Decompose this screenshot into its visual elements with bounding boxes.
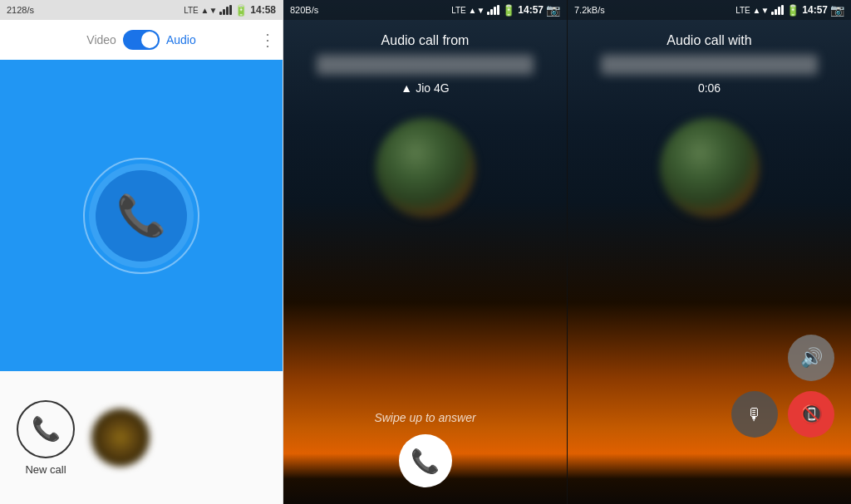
dialer-phone-area: 📞 [0,60,283,371]
hangup-button[interactable]: 📵 [788,391,834,438]
incoming-contact-name [317,55,534,75]
video-audio-toggle[interactable] [123,30,160,50]
phone-icon: 📞 [116,193,166,239]
incoming-status-right: LTE ▲▼ 🔋 14:57 📷 [451,3,560,17]
camera-icon: 📷 [546,3,560,17]
answer-button[interactable]: 📞 [399,434,452,487]
phone-circle-inner[interactable]: 📞 [96,170,187,262]
active-call-type: Audio call with [568,33,851,48]
swipe-label: Swipe up to answer [374,411,475,424]
new-call-button[interactable]: 📞 New call [17,400,75,476]
incoming-time: 14:57 [518,4,544,16]
answer-phone-icon: 📞 [411,448,440,475]
incoming-call-header: Audio call from ▲ Jio 4G [283,20,567,101]
dialer-status-right: LTE ▲▼ 🔋 14:58 [184,4,276,17]
mute-button[interactable]: 🎙 [731,391,778,438]
hangup-icon: 📵 [800,404,823,425]
incoming-call-type: Audio call from [283,33,567,48]
active-time: 14:57 [802,4,828,16]
active-contact-name [601,55,818,75]
active-call-header: Audio call with 0:06 [568,20,851,101]
phone-circle-outer: 📞 [83,158,199,274]
dialer-status-bar: 2128/s LTE ▲▼ 🔋 14:58 [0,0,283,20]
incoming-network-label: Jio 4G [416,81,449,95]
active-call-controls: 🔊 🎙 📵 [731,335,851,438]
more-options-icon[interactable]: ⋮ [259,30,276,50]
active-network: LTE ▲▼ [735,6,769,15]
incoming-battery-icon: 🔋 [502,4,515,17]
active-status-right: LTE ▲▼ 🔋 14:57 📷 [735,3,844,17]
dialer-time: 14:58 [250,4,276,16]
dialer-bottom-area: 📞 New call [0,371,283,504]
new-call-label: New call [25,463,66,476]
incoming-status-left: 820B/s [290,5,318,15]
dialer-status-left: 2128/s [7,5,34,15]
dialer-toolbar: Video Audio ⋮ [0,20,283,60]
new-call-phone-icon: 📞 [32,415,61,443]
mute-icon: 🎙 [746,405,763,424]
incoming-contact-photo [376,118,475,218]
audio-label: Audio [166,33,196,46]
incoming-status-bar: 820B/s LTE ▲▼ 🔋 14:57 📷 [283,0,567,20]
battery-icon: 🔋 [234,4,248,17]
signal-small-icon: ▲ [401,81,412,95]
new-call-circle: 📞 [17,400,75,458]
incoming-call-panel: 820B/s LTE ▲▼ 🔋 14:57 📷 Audio call from … [283,0,567,504]
speaker-button[interactable]: 🔊 [788,335,834,381]
video-label: Video [86,33,116,46]
active-contact-photo [660,118,760,218]
dialer-panel: 2128/s LTE ▲▼ 🔋 14:58 Video Audio ⋮ [0,0,283,504]
active-battery-icon: 🔋 [786,4,799,17]
active-contact-photo-area [568,118,851,218]
incoming-call-bottom: Swipe up to answer 📞 [283,411,567,504]
signal-icon [219,5,232,15]
dialer-network: LTE ▲▼ [184,6,217,15]
toggle-knob [141,32,158,48]
recent-contact-avatar[interactable] [91,409,150,467]
active-camera-icon: 📷 [830,3,844,17]
active-status-left: 7.2kB/s [574,5,605,15]
incoming-contact-photo-area [283,118,567,218]
active-status-bar: 7.2kB/s LTE ▲▼ 🔋 14:57 📷 [568,0,851,20]
active-call-panel: 7.2kB/s LTE ▲▼ 🔋 14:57 📷 Audio call with… [568,0,851,504]
incoming-network-info: ▲ Jio 4G [283,81,567,95]
incoming-network: LTE ▲▼ [451,6,485,15]
controls-row-top: 🔊 [788,335,834,381]
controls-row-bottom: 🎙 📵 [731,391,834,438]
speaker-icon: 🔊 [800,347,823,369]
call-duration: 0:06 [568,81,851,95]
